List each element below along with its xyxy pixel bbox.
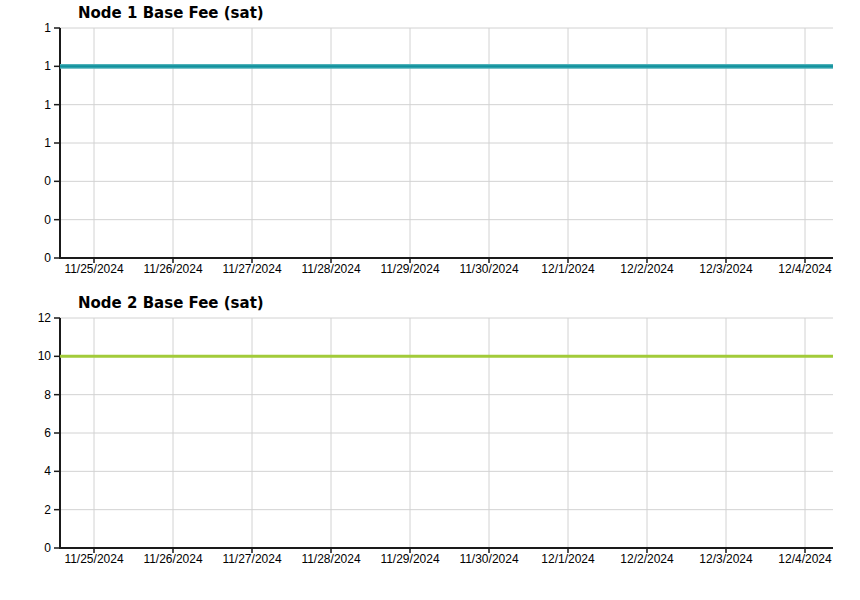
y-tick-label: 6	[44, 426, 51, 440]
x-tick-label: 11/29/2024	[380, 552, 439, 566]
y-tick-label: 12	[38, 311, 52, 325]
x-tick-label: 11/26/2024	[143, 552, 202, 566]
x-tick-label: 12/3/2024	[699, 262, 753, 276]
x-tick-label: 11/30/2024	[459, 552, 518, 566]
x-tick-label: 12/1/2024	[541, 552, 595, 566]
x-tick-label: 11/25/2024	[64, 262, 123, 276]
y-tick-label: 2	[44, 503, 51, 517]
chart-title-node-1: Node 1 Base Fee (sat)	[78, 4, 264, 22]
y-tick-label: 8	[44, 388, 51, 402]
x-tick-label: 12/2/2024	[620, 262, 674, 276]
x-tick-label: 11/27/2024	[222, 262, 281, 276]
y-tick-label: 1	[44, 21, 51, 35]
y-tick-label: 1	[44, 59, 51, 73]
y-tick-label: 4	[44, 464, 51, 478]
x-tick-label: 12/1/2024	[541, 262, 595, 276]
y-tick-label: 10	[38, 349, 52, 363]
y-tick-label: 0	[44, 174, 51, 188]
x-tick-label: 11/28/2024	[301, 262, 360, 276]
y-tick-label: 0	[44, 251, 51, 265]
y-tick-label: 1	[44, 98, 51, 112]
dual-fee-charts-page: 000111111/25/202411/26/202411/27/202411/…	[0, 0, 860, 600]
x-tick-label: 11/29/2024	[380, 262, 439, 276]
node-1-base-fee-chart: 000111111/25/202411/26/202411/27/202411/…	[0, 0, 860, 290]
y-tick-label: 0	[44, 541, 51, 555]
y-tick-label: 0	[44, 213, 51, 227]
node-2-base-fee-plot: 02468101211/25/202411/26/202411/27/20241…	[0, 290, 860, 580]
node-2-base-fee-chart: 02468101211/25/202411/26/202411/27/20241…	[0, 290, 860, 580]
x-tick-label: 11/26/2024	[143, 262, 202, 276]
x-tick-label: 12/4/2024	[778, 552, 832, 566]
x-tick-label: 12/2/2024	[620, 552, 674, 566]
y-tick-label: 1	[44, 136, 51, 150]
x-tick-label: 11/27/2024	[222, 552, 281, 566]
x-tick-label: 11/25/2024	[64, 552, 123, 566]
node-1-base-fee-plot: 000111111/25/202411/26/202411/27/202411/…	[0, 0, 860, 290]
chart-title-node-2: Node 2 Base Fee (sat)	[78, 294, 264, 312]
x-tick-label: 12/3/2024	[699, 552, 753, 566]
x-tick-label: 11/30/2024	[459, 262, 518, 276]
x-tick-label: 11/28/2024	[301, 552, 360, 566]
x-tick-label: 12/4/2024	[778, 262, 832, 276]
